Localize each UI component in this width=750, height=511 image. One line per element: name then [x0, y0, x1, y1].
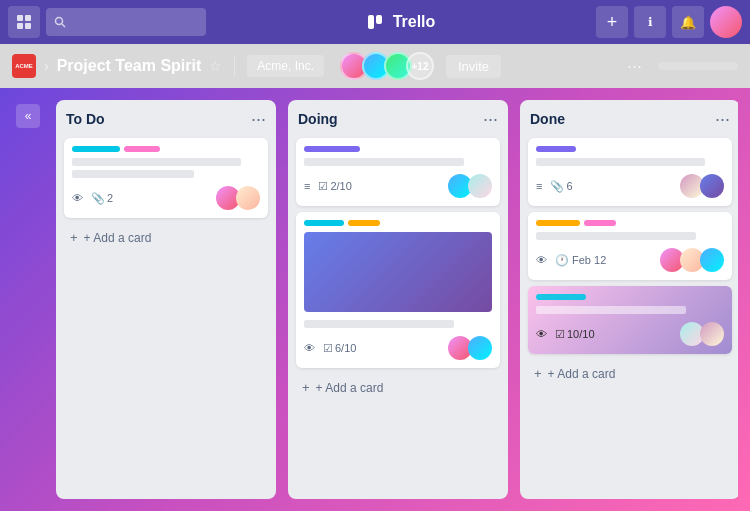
card-text-line2 — [72, 170, 194, 178]
add-card-button-done[interactable]: + + Add a card — [528, 362, 732, 385]
list-doing-header: Doing ··· — [296, 108, 500, 132]
svg-rect-1 — [25, 15, 31, 21]
card-meta: 👁 📎 2 — [72, 192, 113, 205]
sidebar: « — [12, 100, 44, 499]
list-todo-menu[interactable]: ··· — [251, 110, 266, 128]
add-card-button-doing[interactable]: + + Add a card — [296, 376, 500, 399]
label-teal — [72, 146, 120, 152]
date-badge: 🕐 Feb 12 — [555, 254, 606, 267]
card-text — [304, 158, 464, 166]
lists-container: To Do ··· 👁 📎 2 — [56, 100, 738, 499]
card-avatars-d1 — [680, 174, 724, 198]
card-avatars-2 — [448, 336, 492, 360]
list-done-title: Done — [530, 111, 565, 127]
card-avatar-d2-3[interactable] — [700, 248, 724, 272]
attach-icon: 📎 2 — [91, 192, 113, 205]
card-footer-d3: 👁 ☑ 10/10 — [536, 322, 724, 346]
card-labels-d3 — [536, 294, 724, 300]
card-avatars-d3 — [680, 322, 724, 346]
board-header: ACME › Project Team Spirit ☆ Acme, Inc. … — [0, 44, 750, 88]
list-doing-menu[interactable]: ··· — [483, 110, 498, 128]
top-nav-bar: Trello + ℹ 🔔 — [0, 0, 750, 44]
invite-button[interactable]: Invite — [446, 55, 501, 78]
list-todo-header: To Do ··· — [64, 108, 268, 132]
more-options-button[interactable]: ··· — [619, 52, 650, 81]
app-title: Trello — [212, 12, 590, 32]
card-text-d2 — [536, 232, 696, 240]
card-meta: ≡ ☑ 2/10 — [304, 180, 352, 193]
label-pink — [124, 146, 160, 152]
done-card-2[interactable]: 👁 🕐 Feb 12 — [528, 212, 732, 280]
card-avatar-4[interactable] — [468, 174, 492, 198]
todo-card-1[interactable]: 👁 📎 2 — [64, 138, 268, 218]
label-pink2 — [584, 220, 616, 226]
list-icon-d1: ≡ — [536, 180, 542, 192]
check-icon: ☑ 2/10 — [318, 180, 351, 193]
check-icon-2: ☑ 6/10 — [323, 342, 356, 355]
card-footer-d2: 👁 🕐 Feb 12 — [536, 248, 724, 272]
list-todo: To Do ··· 👁 📎 2 — [56, 100, 276, 499]
card-footer: ≡ ☑ 2/10 — [304, 174, 492, 198]
star-icon[interactable]: ☆ — [209, 58, 222, 74]
done-card-3[interactable]: 👁 ☑ 10/10 — [528, 286, 732, 354]
search-bar[interactable] — [46, 8, 206, 36]
attach-icon-d1: 📎 6 — [550, 180, 572, 193]
user-avatar[interactable] — [710, 6, 742, 38]
list-doing-title: Doing — [298, 111, 338, 127]
list-doing: Doing ··· ≡ ☑ 2/10 — [288, 100, 508, 499]
card-avatars — [448, 174, 492, 198]
card-labels — [304, 220, 492, 226]
home-button[interactable] — [8, 6, 40, 38]
info-button[interactable]: ℹ — [634, 6, 666, 38]
board-title[interactable]: Project Team Spirit — [57, 57, 202, 75]
breadcrumb-sep: › — [44, 58, 49, 74]
workspace-tag[interactable]: Acme, Inc. — [247, 55, 324, 77]
svg-rect-2 — [17, 23, 23, 29]
add-card-button-todo[interactable]: + + Add a card — [64, 226, 268, 249]
card-cover-image — [304, 232, 492, 312]
eye-icon-2: 👁 — [304, 342, 315, 354]
svg-rect-6 — [368, 15, 374, 29]
member-count-badge[interactable]: +12 — [406, 52, 434, 80]
notification-button[interactable]: 🔔 — [672, 6, 704, 38]
check-icon-d3: ☑ 10/10 — [555, 328, 595, 341]
card-footer-d1: ≡ 📎 6 — [536, 174, 724, 198]
card-avatars-d2 — [660, 248, 724, 272]
member-avatars: +12 — [340, 52, 434, 80]
doing-card-2[interactable]: 👁 ☑ 6/10 — [296, 212, 500, 368]
board-area: « To Do ··· 👁 📎 2 — [0, 88, 750, 511]
card-avatar-d3-2[interactable] — [700, 322, 724, 346]
card-meta-d1: ≡ 📎 6 — [536, 180, 573, 193]
card-text2 — [304, 320, 454, 328]
svg-rect-0 — [17, 15, 23, 21]
doing-card-1[interactable]: ≡ ☑ 2/10 — [296, 138, 500, 206]
list-done: Done ··· ≡ 📎 6 — [520, 100, 738, 499]
eye-icon-d3: 👁 — [536, 328, 547, 340]
card-footer-2: 👁 ☑ 6/10 — [304, 336, 492, 360]
label-yellow — [348, 220, 380, 226]
label-yellow2 — [536, 220, 580, 226]
filter-bar — [658, 62, 738, 70]
done-card-1[interactable]: ≡ 📎 6 — [528, 138, 732, 206]
label-teal2 — [536, 294, 586, 300]
eye-icon-d2: 👁 — [536, 254, 547, 266]
list-todo-title: To Do — [66, 111, 105, 127]
svg-line-5 — [62, 24, 65, 27]
sidebar-toggle-button[interactable]: « — [16, 104, 40, 128]
card-avatar-d1-2[interactable] — [700, 174, 724, 198]
card-avatar-6[interactable] — [468, 336, 492, 360]
list-icon: ≡ — [304, 180, 310, 192]
card-meta-d2: 👁 🕐 Feb 12 — [536, 254, 606, 267]
card-labels — [536, 146, 724, 152]
card-avatar-2[interactable] — [236, 186, 260, 210]
svg-point-4 — [56, 18, 63, 25]
label-purple2 — [536, 146, 576, 152]
card-labels-d2 — [536, 220, 724, 226]
list-done-menu[interactable]: ··· — [715, 110, 730, 128]
card-labels — [304, 146, 492, 152]
card-text-d1 — [536, 158, 705, 166]
card-meta-d3: 👁 ☑ 10/10 — [536, 328, 595, 341]
add-button[interactable]: + — [596, 6, 628, 38]
list-done-header: Done ··· — [528, 108, 732, 132]
label-purple — [304, 146, 360, 152]
